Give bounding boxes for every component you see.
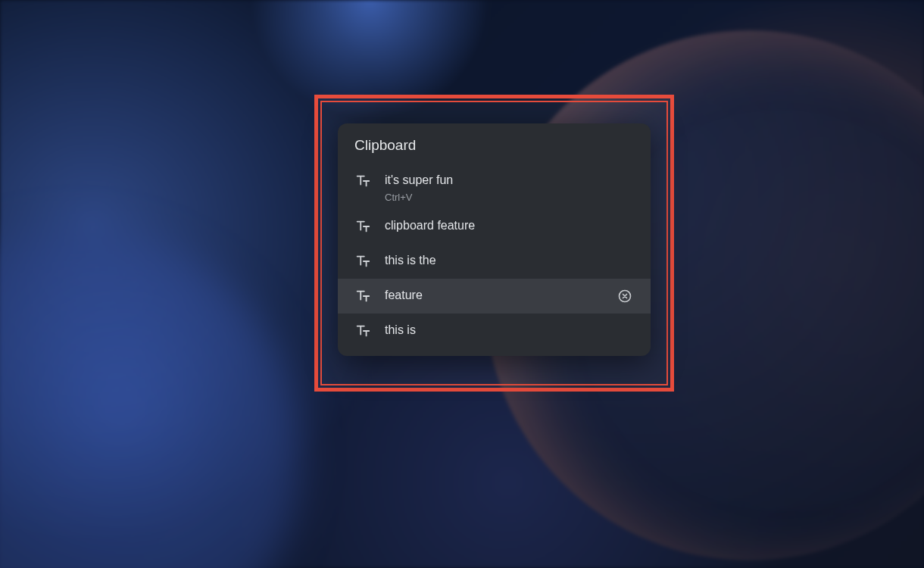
clipboard-item-text: clipboard feature bbox=[385, 218, 634, 234]
clipboard-item[interactable]: feature bbox=[338, 279, 651, 314]
clipboard-panel: Clipboard it's super fun Ctrl+V clipboar… bbox=[338, 123, 651, 356]
panel-title: Clipboard bbox=[338, 123, 651, 164]
clipboard-item[interactable]: this is bbox=[338, 314, 651, 348]
delete-clipboard-item-button[interactable] bbox=[616, 287, 634, 305]
clipboard-item[interactable]: it's super fun Ctrl+V bbox=[338, 164, 651, 209]
text-icon bbox=[354, 253, 371, 270]
clipboard-item-content: it's super fun Ctrl+V bbox=[385, 173, 634, 203]
clipboard-item-content: this is bbox=[385, 323, 634, 339]
text-icon bbox=[354, 218, 371, 235]
clipboard-item-text: feature bbox=[385, 288, 616, 304]
clipboard-item-content: feature bbox=[385, 288, 616, 304]
clipboard-item-text: this is the bbox=[385, 253, 634, 269]
clipboard-item-shortcut: Ctrl+V bbox=[385, 192, 634, 203]
text-icon bbox=[354, 323, 371, 339]
clipboard-item[interactable]: this is the bbox=[338, 244, 651, 279]
text-icon bbox=[354, 173, 371, 189]
text-icon bbox=[354, 288, 371, 304]
clipboard-item[interactable]: clipboard feature bbox=[338, 209, 651, 244]
clipboard-item-text: it's super fun bbox=[385, 173, 634, 189]
clipboard-item-text: this is bbox=[385, 323, 634, 339]
clipboard-item-content: this is the bbox=[385, 253, 634, 269]
clipboard-item-content: clipboard feature bbox=[385, 218, 634, 234]
